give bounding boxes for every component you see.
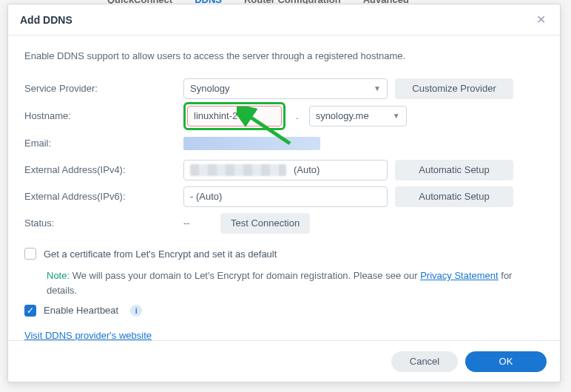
modal-header: Add DDNS ✕	[8, 4, 560, 36]
email-value-redacted	[183, 137, 320, 150]
info-icon[interactable]: i	[130, 305, 142, 317]
visit-provider-link[interactable]: Visit DDNS provider's website	[24, 328, 152, 341]
row-heartbeat: Enable Heartbeat i	[24, 303, 544, 318]
heartbeat-label: Enable Heartbeat	[44, 303, 118, 318]
row-ipv6: External Address(IPv6): - (Auto) Automat…	[24, 183, 544, 210]
label-ipv6: External Address(IPv6):	[24, 189, 176, 204]
customize-provider-button[interactable]: Customize Provider	[395, 78, 513, 99]
modal-title: Add DDNS	[20, 14, 72, 26]
ipv4-value-redacted	[190, 164, 286, 176]
cancel-button[interactable]: Cancel	[391, 351, 458, 372]
ipv6-automatic-setup-button[interactable]: Automatic Setup	[395, 186, 513, 207]
chevron-down-icon: ▼	[393, 110, 400, 121]
domain-select[interactable]: synology.me ▼	[309, 106, 407, 126]
label-ipv4: External Address(IPv4):	[24, 163, 176, 178]
label-service-provider: Service Provider:	[24, 81, 176, 96]
letsencrypt-checkbox[interactable]	[24, 248, 36, 260]
label-hostname: Hostname:	[24, 109, 176, 124]
chevron-down-icon: ▼	[374, 83, 381, 94]
note-label: Note:	[47, 270, 70, 281]
hostname-highlight	[183, 102, 286, 130]
service-provider-select[interactable]: Synology ▼	[183, 78, 388, 99]
row-letsencrypt: Get a certificate from Let's Encrypt and…	[24, 247, 544, 262]
label-status: Status:	[24, 216, 176, 231]
row-hostname: Hostname: . synology.me ▼	[24, 102, 544, 130]
letsencrypt-note: Note: We will pass your domain to Let's …	[47, 268, 544, 297]
ok-button[interactable]: OK	[465, 351, 547, 372]
ipv6-value: - (Auto)	[190, 189, 222, 204]
row-email: Email:	[24, 130, 544, 157]
row-ipv4: External Address(IPv4): (Auto) Automatic…	[24, 157, 544, 183]
ipv4-input[interactable]: (Auto)	[183, 160, 388, 180]
close-icon[interactable]: ✕	[533, 13, 548, 27]
ipv4-auto-text: (Auto)	[294, 163, 320, 178]
hostname-input[interactable]	[187, 106, 282, 126]
service-provider-value: Synology	[190, 81, 229, 96]
letsencrypt-label: Get a certificate from Let's Encrypt and…	[44, 247, 277, 262]
privacy-statement-link[interactable]: Privacy Statement	[420, 270, 499, 281]
add-ddns-modal: Add DDNS ✕ Enable DDNS support to allow …	[7, 4, 561, 382]
heartbeat-checkbox[interactable]	[24, 305, 36, 317]
intro-text: Enable DDNS support to allow users to ac…	[24, 49, 544, 64]
domain-value: synology.me	[316, 109, 369, 124]
label-email: Email:	[24, 136, 176, 151]
hostname-dot: .	[293, 109, 302, 124]
status-value: --	[183, 216, 213, 231]
ipv6-input[interactable]: - (Auto)	[183, 186, 388, 207]
note-text-1: We will pass your domain to Let's Encryp…	[70, 270, 420, 281]
ipv4-automatic-setup-button[interactable]: Automatic Setup	[395, 160, 513, 180]
test-connection-button[interactable]: Test Connection	[220, 213, 310, 234]
row-service-provider: Service Provider: Synology ▼ Customize P…	[24, 75, 544, 102]
modal-body: Enable DDNS support to allow users to ac…	[8, 36, 560, 340]
row-status: Status: -- Test Connection	[24, 210, 544, 237]
modal-footer: Cancel OK	[8, 340, 560, 382]
